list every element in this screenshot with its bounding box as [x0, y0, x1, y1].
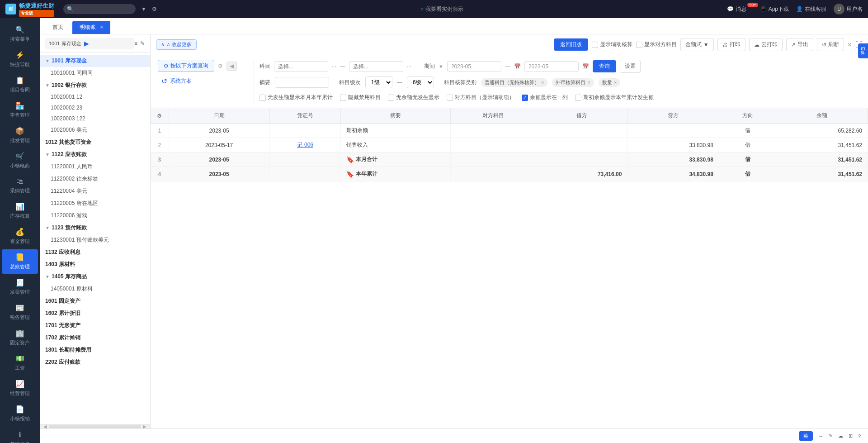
chk-no-balance2[interactable]: 无余额无发生显示 [388, 94, 439, 101]
chk-box-no-balance2[interactable] [388, 95, 394, 101]
tree-item-1012[interactable]: 1012 其他货币资金 [40, 136, 150, 148]
sidebar-item-quicknav[interactable]: ⚡ 快捷导航 [2, 47, 38, 71]
tab-close-btn[interactable]: × [100, 24, 103, 30]
message-btn[interactable]: 💬 消息 99+ [727, 5, 753, 13]
amount-mode-btn[interactable]: 金额式 ▼ [680, 38, 714, 51]
sidebar-item-fixed-assets[interactable]: 🏢 固定资产 [2, 325, 38, 350]
level-end-select[interactable]: 6级 [407, 76, 434, 88]
sidebar-item-inventory[interactable]: 📊 库存核算 [2, 199, 38, 223]
tree-item-11220001[interactable]: 11220001 人民币 [40, 161, 150, 173]
tree-item-1801[interactable]: 1801 长期待摊费用 [40, 344, 150, 356]
h-scrollbar-area[interactable]: ◀ ▶ [40, 424, 150, 429]
chk-box-no-balance[interactable] [259, 95, 266, 101]
tree-item-11220006[interactable]: 11220006 游戏 [40, 210, 150, 222]
account-selector[interactable]: 1001 库存现金 ▶ [45, 38, 134, 49]
period-calendar-icon[interactable]: 📅 [514, 63, 521, 70]
tab-detail[interactable]: 明细账 × [72, 21, 110, 34]
sidebar-item-purchase[interactable]: 🛍 采购管理 [2, 174, 38, 198]
sidebar-item-salary[interactable]: 💵 工资 [2, 351, 38, 375]
tree-item-1602[interactable]: 1602 累计折旧 [40, 307, 150, 319]
sidebar-item-tax[interactable]: 📰 税务管理 [2, 300, 38, 324]
summary-input[interactable] [275, 77, 329, 88]
user-avatar[interactable]: U 用户名 [834, 4, 863, 14]
tree-item-10020001[interactable]: 10020001 12 [40, 91, 150, 102]
tree-item-1601[interactable]: 1601 固定资产 [40, 295, 150, 307]
tree-item-1002[interactable]: ▼ 1002 银行存款 [40, 79, 150, 91]
account-end-input[interactable] [349, 61, 403, 72]
period-type-selector[interactable]: ▼ [439, 64, 443, 69]
filter-settings-icon[interactable]: ⚙ [218, 63, 223, 69]
tree-item-1405[interactable]: ▼ 1405 库存商品 [40, 271, 150, 283]
tab-home[interactable]: 首页 [45, 21, 71, 34]
tree-item-1123[interactable]: ▼ 1123 预付账款 [40, 222, 150, 234]
status-item-2[interactable]: ✎ [829, 433, 833, 439]
sidebar-item-wholesale[interactable]: 📦 批发管理 [2, 123, 38, 148]
tree-item-11220005[interactable]: 11220005 所在地区 [40, 197, 150, 210]
collapse-filter-btn[interactable]: ∧ ∧ 收起更多 [156, 39, 197, 50]
system-plan-link[interactable]: 系统方案 [170, 76, 192, 87]
period-start-input[interactable] [447, 61, 501, 72]
status-item-1[interactable]: → [818, 433, 823, 439]
tree-item-10020002[interactable]: 10020002 23 [40, 102, 150, 113]
tree-item-10020006[interactable]: 10020006 美元 [40, 124, 150, 136]
scroll-right-btn[interactable]: ▶ [143, 424, 146, 429]
sidebar-item-retail[interactable]: 🏪 零售管理 [2, 98, 38, 122]
tree-item-11230001[interactable]: 11230001 预付账款美元 [40, 234, 150, 246]
status-item-4[interactable]: ⊞ [849, 433, 853, 439]
sidebar-item-basic[interactable]: ℹ 基础信息 [2, 427, 38, 443]
sidebar-item-capital[interactable]: 💰 资金管理 [2, 224, 38, 248]
sidebar-item-general[interactable]: 📒 总账管理 [2, 249, 38, 274]
sidebar-item-ecommerce[interactable]: 🛒 小畅电商 [2, 148, 38, 173]
tag-quantity-remove[interactable]: × [614, 80, 617, 85]
chk-box-initial[interactable] [575, 95, 581, 101]
sidebar-item-search[interactable]: 🔍 搜索菜单 [2, 22, 38, 46]
dropdown-icon[interactable]: ▼ [141, 6, 146, 12]
status-item-3[interactable]: ☁ [838, 433, 843, 439]
refresh-btn[interactable]: ↺ 刷新 [817, 38, 844, 51]
tag-foreign[interactable]: 外币核算科目 × [552, 78, 594, 87]
tree-item-1701[interactable]: 1701 无形资产 [40, 319, 150, 332]
filter-collapse-icon[interactable]: ◀ [226, 62, 237, 71]
tree-item-11220002[interactable]: 11220002 往来标签 [40, 173, 150, 185]
tree-item-1001[interactable]: ▼ 1001 库存现金 [40, 55, 150, 67]
sidebar-item-report[interactable]: 📄 小畅报销 [2, 401, 38, 426]
period-calendar-icon2[interactable]: 📅 [582, 63, 589, 70]
sidebar-item-contract[interactable]: 📋 项目合同 [2, 72, 38, 97]
chk-opposite[interactable]: 对方科目（显示辅助项） [447, 94, 514, 101]
chk-box-opposite[interactable] [447, 95, 453, 101]
th-settings[interactable]: ⚙ [151, 108, 169, 124]
h-scrollbar[interactable] [49, 425, 141, 428]
voucher-link[interactable]: 记-006 [297, 142, 313, 148]
export-btn[interactable]: ↗ 导出 [786, 38, 813, 51]
tree-item-1702[interactable]: 1702 累计摊销 [40, 332, 150, 344]
online-service-btn[interactable]: 👤 在线客服 [796, 5, 826, 13]
sidebar-item-operation[interactable]: 📈 经营管理 [2, 376, 38, 400]
chk-hide-disabled[interactable]: 隐藏禁用科目 [340, 94, 381, 101]
tag-normal[interactable]: 普通科目（无特殊核算） × [481, 78, 547, 87]
tree-item-10010001[interactable]: 10010001 同同同 [40, 67, 150, 79]
chk-box-hide-disabled[interactable] [340, 95, 346, 101]
cloud-print-btn[interactable]: ☁ 云打印 [749, 38, 783, 51]
scroll-left-btn[interactable]: ◀ [43, 424, 47, 429]
app-download-btn[interactable]: 📱 App下载 [760, 5, 789, 13]
close-btn[interactable]: × [848, 41, 852, 49]
settings-icon[interactable]: ⚙ [152, 6, 157, 12]
tree-item-1403[interactable]: 1403 原材料 [40, 258, 150, 271]
show-aux-checkbox[interactable]: 显示辅助核算 [592, 41, 632, 48]
chk-box-show-one-col[interactable]: ✓ [522, 95, 528, 101]
tree-item-1122[interactable]: ▼ 1122 应收账款 [40, 148, 150, 161]
show-opposite-chkbox[interactable] [636, 42, 642, 48]
status-item-5[interactable]: ? [858, 433, 861, 439]
tag-quantity[interactable]: 数量 × [599, 78, 620, 87]
account-start-input[interactable] [274, 61, 328, 72]
demo-link[interactable]: ○ 我要看实例演示 [420, 5, 463, 13]
tree-item-1132[interactable]: 1132 应收利息 [40, 246, 150, 258]
chk-no-balance[interactable]: 无发生额显示本月本年累计 [259, 94, 333, 101]
return-old-btn[interactable]: 返回旧版 [554, 38, 588, 51]
chk-initial[interactable]: 期初余额显示本年累计发生额 [575, 94, 654, 101]
panel-edit-icon[interactable]: ✎ [140, 40, 145, 47]
tree-item-14050001[interactable]: 14050001 原材料 [40, 283, 150, 295]
search-input[interactable] [63, 4, 136, 14]
tree-item-10020003[interactable]: 10020003 122 [40, 113, 150, 124]
sidebar-item-invoice[interactable]: 🧾 发票管理 [2, 275, 38, 299]
